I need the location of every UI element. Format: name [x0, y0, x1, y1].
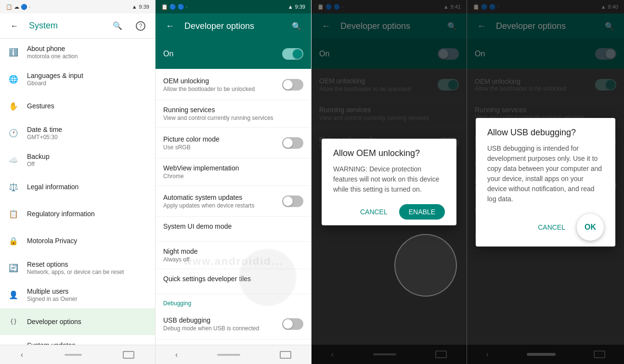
notification-icons: 📋 ☁ 🔵 ·	[6, 4, 30, 10]
auto-updates-label: Automatic system updates	[163, 194, 282, 201]
left-status-icons: 📋 ☁ 🔵 ·	[6, 4, 30, 10]
picture-toggle-knob	[283, 138, 293, 148]
back-button-left[interactable]: ←	[6, 17, 23, 35]
developer-icon: {}	[8, 316, 19, 327]
privacy-icon: 🔒	[8, 235, 19, 247]
usb-debug-subtitle: Debug mode when USB is connected	[163, 325, 282, 332]
help-button-left[interactable]: ?	[132, 17, 149, 35]
sidebar-item-users[interactable]: 👤 Multiple users Signed in as Owner	[0, 281, 155, 308]
privacy-label: Motorola Privacy	[27, 237, 147, 245]
webview-subtitle: Chrome	[163, 173, 303, 180]
webview-item[interactable]: WebView implementation Chrome	[156, 158, 311, 186]
languages-subtitle: Gboard	[27, 80, 147, 87]
reset-label: Reset options	[27, 260, 147, 268]
recents-nav-middle[interactable]	[280, 351, 291, 359]
oem-cancel-button[interactable]: Cancel	[352, 204, 395, 220]
back-button-middle[interactable]: ←	[161, 17, 179, 35]
oem-dialog-overlay: Allow OEM unlocking? WARNING: Device pro…	[312, 0, 467, 364]
nav-bar-left: ‹	[0, 345, 155, 364]
night-mode-label: Night mode	[163, 247, 303, 255]
home-indicator-middle	[217, 354, 240, 356]
backup-label: Backup	[27, 153, 147, 160]
middle-status-left-icons: 📋 🔵 🔵 ·	[161, 4, 187, 10]
usb-dialog: Allow USB debugging? USB debugging is in…	[476, 118, 615, 247]
right-panels: 📋 🔵 🔵 · ▲ 9:41 ← Developer options 🔍 On	[312, 0, 624, 364]
usb-debug-row: USB debugging Debug mode when USB is con…	[156, 309, 311, 339]
page-title-left: System	[29, 21, 103, 31]
status-bar-left: 📋 ☁ 🔵 · ▲ 9:39	[0, 0, 155, 13]
page-title-middle: Developer options	[184, 21, 282, 31]
night-mode-item[interactable]: Night mode Always off	[156, 242, 311, 269]
usb-debug-toggle[interactable]	[282, 318, 303, 330]
webview-label: WebView implementation	[163, 164, 303, 172]
usb-dialog-title: Allow USB debugging?	[487, 128, 604, 138]
auto-updates-knob	[283, 196, 293, 206]
back-nav-middle[interactable]: ‹	[175, 351, 178, 359]
usb-dialog-actions: Cancel OK	[487, 214, 604, 241]
usb-dialog-body: USB debugging is intended for developmen…	[487, 143, 604, 204]
back-icon-left: ←	[11, 22, 18, 30]
running-services-item[interactable]: Running services View and control curren…	[156, 100, 311, 128]
status-bar-middle: 📋 🔵 🔵 · ▲ 9:39	[156, 0, 311, 13]
legal-label: Legal information	[27, 183, 147, 191]
sidebar-item-regulatory[interactable]: 📋 Regulatory information	[0, 200, 155, 227]
developer-on-row: On	[156, 39, 311, 69]
oem-unlocking-toggle[interactable]	[282, 79, 303, 91]
date-time-label: Date & time	[27, 126, 147, 133]
sidebar-item-system-updates[interactable]: 📱 System updates Updated to Android 9	[0, 335, 155, 345]
developer-toggle-knob	[293, 49, 302, 59]
legal-icon: ⚖️	[8, 181, 19, 193]
users-subtitle: Signed in as Owner	[27, 296, 147, 302]
night-mode-subtitle: Always off	[163, 256, 303, 263]
right-status-left: ▲ 9:39	[132, 4, 149, 10]
developer-toggle[interactable]	[282, 48, 303, 60]
sidebar-item-privacy[interactable]: 🔒 Motorola Privacy	[0, 227, 155, 254]
about-phone-label: About phone	[27, 45, 147, 52]
recents-nav-left[interactable]	[123, 351, 134, 359]
usb-ok-button[interactable]: OK	[577, 214, 604, 241]
home-indicator-left	[65, 354, 82, 356]
system-updates-label: System updates	[27, 341, 147, 345]
on-label: On	[163, 50, 282, 58]
sidebar-item-backup[interactable]: ☁️ Backup Off	[0, 146, 155, 173]
sidebar-item-date-time[interactable]: 🕐 Date & time GMT+05:30	[0, 119, 155, 146]
search-icon-middle: 🔍	[292, 22, 301, 31]
auto-updates-toggle[interactable]	[282, 195, 303, 207]
picture-color-toggle[interactable]	[282, 137, 303, 149]
about-phone-icon: ℹ️	[8, 46, 19, 58]
auto-updates-subtitle: Apply updates when device restarts	[163, 202, 282, 209]
oem-unlocking-row: OEM unlocking Allow the bootloader to be…	[156, 69, 311, 100]
oem-dialog-actions: Cancel Enable	[333, 204, 445, 220]
back-icon-middle: ←	[166, 21, 174, 31]
debugging-header: Debugging	[156, 294, 311, 309]
usb-cancel-button[interactable]: Cancel	[530, 220, 573, 235]
sidebar-item-legal[interactable]: ⚖️ Legal information	[0, 173, 155, 200]
middle-wifi-icon: ▲	[288, 4, 293, 10]
ui-demo-item[interactable]: System UI demo mode	[156, 217, 311, 242]
oem-unlocking-label: OEM unlocking	[163, 77, 282, 85]
sidebar-item-reset[interactable]: 🔄 Reset options Network, apps, or device…	[0, 254, 155, 281]
middle-notif-icons: 📋 🔵 🔵 ·	[161, 4, 187, 10]
oem-enable-button[interactable]: Enable	[399, 204, 445, 220]
search-button-middle[interactable]: 🔍	[288, 17, 305, 35]
middle-panel: 📋 🔵 🔵 · ▲ 9:39 ← Developer options 🔍 On …	[156, 0, 312, 364]
users-icon: 👤	[8, 289, 19, 300]
date-time-icon: 🕐	[8, 127, 19, 139]
oem-dialog: Allow OEM unlocking? WARNING: Device pro…	[322, 139, 456, 225]
right-panel-1: 📋 🔵 🔵 · ▲ 9:41 ← Developer options 🔍 On	[312, 0, 467, 364]
back-nav-left[interactable]: ‹	[21, 351, 23, 359]
search-button-left[interactable]: 🔍	[109, 17, 126, 35]
oem-unlocking-subtitle: Allow the bootloader to be unlocked	[163, 86, 282, 92]
languages-label: Languages & input	[27, 72, 147, 79]
sidebar-item-developer[interactable]: {} Developer options	[0, 308, 155, 335]
running-services-subtitle: View and control currently running servi…	[163, 115, 303, 121]
running-services-label: Running services	[163, 106, 303, 114]
picture-color-label: Picture color mode	[163, 135, 282, 143]
settings-list-middle: OEM unlocking Allow the bootloader to be…	[156, 69, 311, 345]
app-bar-middle: ← Developer options 🔍	[156, 13, 311, 39]
sidebar-item-gestures[interactable]: ✋ Gestures	[0, 92, 155, 119]
quick-tiles-item[interactable]: Quick settings developer tiles	[156, 269, 311, 294]
sidebar-item-languages[interactable]: 🌐 Languages & input Gboard	[0, 65, 155, 92]
sidebar-item-about-phone[interactable]: ℹ️ About phone motorola one action	[0, 39, 155, 65]
usb-dialog-overlay: Allow USB debugging? USB debugging is in…	[467, 0, 624, 364]
